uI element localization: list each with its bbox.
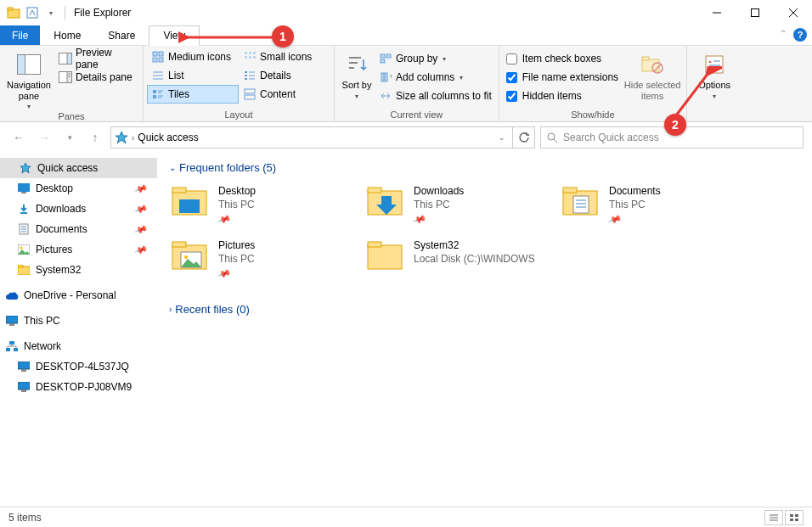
sidebar-item-downloads[interactable]: Downloads📌 [0,199,157,219]
hidden-items-toggle[interactable]: Hidden items [503,87,622,105]
navigation-pane-button[interactable]: Navigation pane ▾ [3,48,54,110]
layout-content[interactable]: Content [239,85,330,104]
svg-rect-101 [790,514,793,517]
sidebar-item-documents[interactable]: Documents📌 [0,219,157,239]
details-pane-button[interactable]: Details pane [54,68,139,87]
svg-rect-55 [706,56,723,73]
folder-system32[interactable]: System32Local Disk (C:)\WINDOWS [364,237,560,291]
pin-icon: 📌 [216,266,230,283]
svg-rect-37 [153,95,156,98]
folder-desktop[interactable]: DesktopThis PC📌 [169,182,364,237]
sidebar-item-system32[interactable]: System32 [0,260,157,280]
qat-dropdown-icon[interactable]: ▾ [42,4,59,21]
this-pc-icon [5,314,19,328]
folder-icon [17,263,31,277]
refresh-button[interactable] [513,126,535,149]
svg-rect-4 [751,9,758,17]
preview-pane-button[interactable]: Preview pane [54,49,139,68]
folder-icon [366,184,407,220]
downloads-icon [17,202,31,216]
svg-rect-80 [21,390,26,392]
svg-rect-88 [573,196,589,213]
forward-button[interactable]: → [34,127,54,148]
svg-rect-20 [249,52,251,54]
size-columns-button[interactable]: Size all columns to fit [375,87,495,105]
svg-rect-49 [385,73,387,81]
svg-rect-23 [249,56,251,59]
svg-rect-32 [245,78,247,80]
layout-medium-icons[interactable]: Medium icons [147,48,239,66]
sidebar-this-pc[interactable]: This PC [0,311,157,331]
svg-rect-85 [368,188,381,193]
sort-by-button[interactable]: Sort by ▾ [338,48,375,100]
annotation-2: 2 [664,114,686,136]
svg-rect-93 [172,242,186,247]
hide-selected-button[interactable]: Hide selected items [622,48,683,101]
svg-rect-17 [153,58,157,62]
details-pane-label: Details pane [76,71,133,83]
sidebar-item-desktop[interactable]: Desktop📌 [0,178,157,199]
minimize-button[interactable] [697,0,736,25]
address-dropdown-icon[interactable]: ⌄ [495,133,509,142]
help-icon[interactable]: ? [793,28,807,42]
svg-rect-1 [8,8,13,10]
close-button[interactable] [774,0,812,25]
pictures-icon [17,243,31,256]
svg-rect-87 [563,188,577,193]
svg-rect-71 [18,265,23,267]
star-icon [19,161,32,175]
back-button[interactable]: ← [8,127,29,148]
details-view-toggle[interactable] [764,510,783,525]
search-placeholder: Search Quick access [563,132,659,143]
onedrive-icon [5,289,19,302]
sidebar-network[interactable]: Network [0,336,157,356]
add-columns-button[interactable]: + Add columns ▾ [375,68,495,87]
sidebar-item-pictures[interactable]: Pictures📌 [0,239,157,260]
options-button[interactable]: Options ▾ [691,48,738,100]
svg-rect-74 [9,341,14,345]
folder-downloads[interactable]: DownloadsThis PC📌 [364,182,560,237]
svg-rect-102 [795,514,798,517]
recent-files-header[interactable]: › Recent files (0) [169,303,800,316]
status-bar: 5 items [0,507,812,527]
tab-share[interactable]: Share [94,25,149,45]
ribbon-tabs: File Home Share View ⌃ ? [0,25,812,46]
up-button[interactable]: ↑ [85,127,105,148]
sidebar-onedrive[interactable]: OneDrive - Personal [0,285,157,306]
chevron-right-icon: › [169,305,172,314]
ribbon: Navigation pane ▾ Preview pane Details p… [0,46,812,122]
tab-home[interactable]: Home [40,25,94,45]
pin-icon: 📌 [606,212,621,228]
folder-icon [5,4,22,21]
tab-view[interactable]: View [149,25,200,46]
item-check-boxes-toggle[interactable]: Item check boxes [503,49,622,68]
sidebar-quick-access[interactable]: Quick access [0,158,157,178]
sidebar-network-pc-1[interactable]: DESKTOP-4L537JQ [0,356,157,377]
properties-icon[interactable] [24,4,41,21]
layout-details[interactable]: Details [239,66,330,85]
svg-rect-61 [18,183,30,192]
pin-icon: 📌 [133,201,149,216]
folder-icon [561,184,602,220]
annotation-1: 1 [272,25,294,48]
maximize-button[interactable] [736,0,774,25]
thumbnails-view-toggle[interactable] [785,510,804,525]
layout-small-icons[interactable]: Small icons [239,48,330,66]
window-controls [697,0,812,25]
svg-rect-24 [253,56,256,59]
address-bar[interactable]: › Quick access ⌄ [110,126,513,149]
folder-documents[interactable]: DocumentsThis PC📌 [560,182,755,237]
layout-tiles[interactable]: Tiles [147,85,239,104]
folder-icon [171,238,211,274]
ribbon-collapse-icon[interactable]: ⌃ [780,29,787,38]
file-extensions-toggle[interactable]: File name extensions [503,68,622,87]
group-by-button[interactable]: Group by ▾ [375,49,495,68]
tab-file[interactable]: File [0,25,40,45]
frequent-folders-header[interactable]: ⌄ Frequent folders (5) [169,161,800,174]
sidebar-network-pc-2[interactable]: DESKTOP-PJ08VM9 [0,377,157,397]
svg-rect-104 [795,519,798,521]
folder-pictures[interactable]: PicturesThis PC📌 [169,237,364,291]
svg-rect-41 [245,95,255,99]
recent-locations-button[interactable]: ▾ [59,127,80,148]
layout-list[interactable]: List [147,66,239,85]
